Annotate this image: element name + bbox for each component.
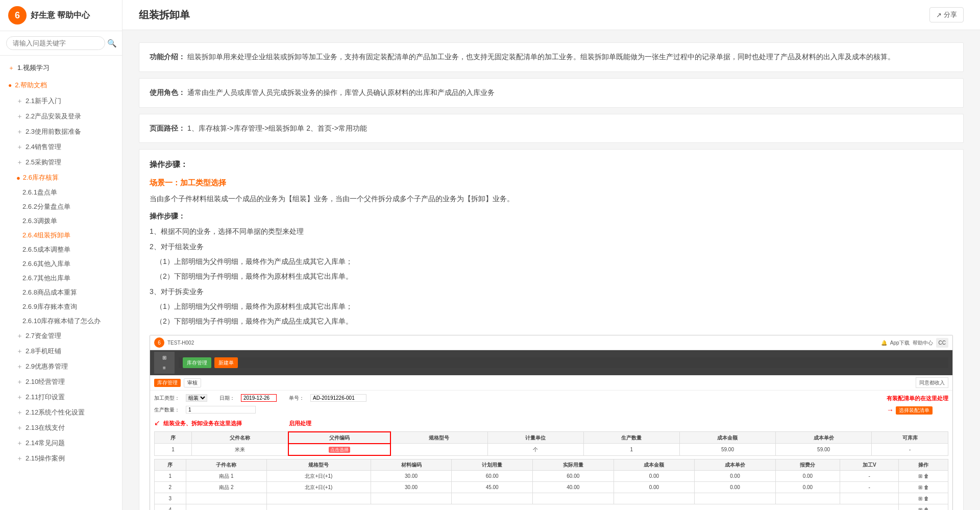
sidebar-header: 6 好生意 帮助中心 xyxy=(0,0,122,31)
sidebar-item-coupon[interactable]: ＋ 2.9优惠券管理 xyxy=(0,359,122,374)
mock-icon-help: 帮助中心 xyxy=(913,338,933,347)
intro-text: 组装拆卸单用来处理企业组装或拆卸等加工业务，支持有固定装配清单的产品加工业务，也… xyxy=(187,53,895,61)
mock-select-type[interactable]: 组装拆卸 xyxy=(186,394,207,402)
sidebar-item-settings[interactable]: ＋ 2.12系统个性化设置 xyxy=(0,405,122,420)
mock-sub-th-planqty: 计划用量 xyxy=(452,459,533,471)
role-label: 使用角色： xyxy=(150,88,185,96)
sidebar-item-operations[interactable]: ＋ 2.10经营管理 xyxy=(0,374,122,390)
sidebar-item-prepare[interactable]: ＋ 2.3使用前数据准备 xyxy=(0,124,122,139)
mock-body: 加工类型： 组装拆卸 日期： 单号： 有装配清单的在这里处理 xyxy=(150,391,952,510)
search-input[interactable] xyxy=(6,36,105,50)
sidebar-item-finance[interactable]: ＋ 2.7资金管理 xyxy=(0,328,122,344)
mock-label-no: 单号： xyxy=(289,394,304,402)
path-card: 页面路径： 1、库存核算->库存管理->组装拆卸单 2、首页->常用功能 xyxy=(139,114,964,143)
mock-form-area: 加工类型： 组装拆卸 日期： 单号： 有装配清单的在这里处理 xyxy=(154,394,948,402)
mock-sub-th-waste: 报费分 xyxy=(775,459,840,471)
mock-input-no[interactable] xyxy=(310,394,366,402)
mock-th-spec: 规格型号 xyxy=(390,432,487,444)
sidebar-item-purchase[interactable]: ＋ 2.5采购管理 xyxy=(0,155,122,170)
mock-child-row-3: 3 ⊞ 🗑 xyxy=(155,493,948,504)
plus-icon-print: ＋ xyxy=(16,393,23,402)
mock-btn-checklist[interactable]: 同意都收入 xyxy=(916,377,948,388)
plus-icon-purchase: ＋ xyxy=(16,158,23,167)
mock-topbar: 6 TEST-H002 🔔 App下载 帮助中心 CC xyxy=(150,335,952,350)
mock-child-row-1: 1南品 1 北京+日(+1)30.00 60.0060.00 0.000.00 … xyxy=(155,471,948,482)
ops-steps-title: 操作步骤： xyxy=(150,210,953,223)
mock-input-date[interactable] xyxy=(241,394,277,402)
mock-form-row-2: 生产数量： xyxy=(154,405,948,414)
sidebar-item-assembly[interactable]: 2.6.4组装拆卸单 xyxy=(0,228,122,242)
mock-td-avail1: - xyxy=(872,444,948,455)
share-button[interactable]: ↗ 分享 xyxy=(929,7,964,22)
sidebar-docs-children: ＋ 2.1新手入门 ＋ 2.2产品安装及登录 ＋ 2.3使用前数据准备 ＋ 2.… xyxy=(0,93,122,466)
plus-icon-sales: ＋ xyxy=(16,142,23,152)
sidebar-item-other-out[interactable]: 2.6.7其他出库单 xyxy=(0,271,122,285)
mock-nav: ⊞ ≡ 库存管理 新建单 xyxy=(150,350,952,375)
mock-sub-th-name: 子件名称 xyxy=(186,459,267,471)
logo-icon: 6 xyxy=(8,6,27,25)
mock-sub-th-costunit: 成本单价 xyxy=(695,459,776,471)
sidebar-item-faq[interactable]: ＋ 2.14常见问题 xyxy=(0,435,122,451)
page-title: 组装拆卸单 xyxy=(139,8,190,22)
plus-icon-finance: ＋ xyxy=(16,331,23,341)
arrow-down-icon: ↙ xyxy=(154,417,160,429)
sidebar-item-cost-adjust[interactable]: 2.6.5成本调整单 xyxy=(0,242,122,257)
mock-btn-bom[interactable]: 选择装配清单 xyxy=(896,406,933,415)
step1: 1、根据不同的业务，选择不同单据的类型来处理 xyxy=(150,226,953,238)
mock-th-seq: 序 xyxy=(155,432,192,444)
sidebar-item-cases[interactable]: ＋ 2.15操作案例 xyxy=(0,451,122,466)
main-content: 功能介绍： 组装拆卸单用来处理企业组装或拆卸等加工业务，支持有固定装配清单的产品… xyxy=(122,30,980,510)
sidebar-item-transfer[interactable]: 2.6.3调拨单 xyxy=(0,214,122,228)
plus-icon-coupon: ＋ xyxy=(16,362,23,371)
sidebar-item-video-label: 1.视频学习 xyxy=(17,63,50,72)
step2-sub2: （2）下部明细为子件明细，最终作为原材料生成其它出库单。 xyxy=(156,270,953,283)
minus-icon-inv: ● xyxy=(16,174,20,182)
intro-card: 功能介绍： 组装拆卸单用来处理企业组装或拆卸等加工业务，支持有固定装配清单的产品… xyxy=(139,42,964,72)
mock-th-cost-unit: 成本单价 xyxy=(776,432,872,444)
mock-btn-approve[interactable]: 审核 xyxy=(184,378,201,387)
plus-icon-cases: ＋ xyxy=(16,454,23,463)
sidebar-item-newbie[interactable]: ＋ 2.1新手入门 xyxy=(0,93,122,109)
sidebar-item-sales[interactable]: ＋ 2.4销售管理 xyxy=(0,139,122,155)
step3-sub1: （1）上部明细为父件明细，最终作为原材料生成其它出库单； xyxy=(156,300,953,313)
sidebar-item-inventory[interactable]: ● 2.6库存核算 xyxy=(0,170,122,185)
mock-sub-th-actualqty: 实际用量 xyxy=(532,459,614,471)
sidebar-item-payment[interactable]: ＋ 2.13在线支付 xyxy=(0,420,122,435)
sidebar-item-mobile[interactable]: ＋ 2.8手机旺铺 xyxy=(0,344,122,359)
search-box: 🔍 xyxy=(0,31,122,56)
mock-sidebar-icons: ⊞ ≡ xyxy=(154,352,175,374)
mock-input-qty[interactable] xyxy=(186,406,256,414)
sidebar-item-ledger-fix[interactable]: 2.6.10库存账本错了怎么办 xyxy=(0,314,122,328)
plus-icon-payment: ＋ xyxy=(16,423,23,432)
mock-toolbar: 库存管理 审核 同意都收入 xyxy=(150,375,952,391)
path-label: 页面路径： xyxy=(150,124,185,132)
plus-icon-faq: ＋ xyxy=(16,439,23,448)
mock-user: CC xyxy=(936,338,948,348)
path-text: 1、库存核算->库存管理->组装拆卸单 2、首页->常用功能 xyxy=(187,124,367,132)
step2-sub1: （1）上部明细为父件明细，最终作为产成品生成其它入库单； xyxy=(156,255,953,268)
mock-home-icon: ⊞ xyxy=(162,353,166,362)
sidebar-item-docs[interactable]: ● 2.帮助文档 xyxy=(0,77,122,93)
mock-label-type: 加工类型： xyxy=(154,394,180,402)
mock-btn-save[interactable]: 库存管理 xyxy=(154,379,181,387)
mock-th-unit: 计量单位 xyxy=(487,432,583,444)
sidebar-item-video[interactable]: ＋ 1.视频学习 xyxy=(0,60,122,76)
mock-sub-th-ops: 操作 xyxy=(899,459,948,471)
mock-label-qty: 生产数量： xyxy=(154,405,180,414)
sidebar-item-cost-recalc[interactable]: 2.6.8商品成本重算 xyxy=(0,285,122,300)
sidebar-item-partial-stocktake[interactable]: 2.6.2分量盘点单 xyxy=(0,200,122,214)
mock-annotation3-row: ↙ 组装业务、拆卸业务在这里选择 启用处理 xyxy=(154,417,948,429)
mock-th-available: 可库库 xyxy=(872,432,948,444)
mock-annotation-area: 有装配清单的在这里处理 → 选择装配清单 xyxy=(887,394,948,416)
sidebar-item-print[interactable]: ＋ 2.11打印设置 xyxy=(0,390,122,405)
search-button[interactable]: 🔍 xyxy=(107,39,117,48)
mock-sub-th-seq: 序 xyxy=(155,459,186,471)
annotation-3: 组装业务、拆卸业务在这里选择 xyxy=(163,419,242,428)
sidebar-item-stocktake[interactable]: 2.6.1盘点单 xyxy=(0,185,122,200)
sidebar-item-ledger-query[interactable]: 2.6.9库存账本查询 xyxy=(0,300,122,314)
mock-th-prod-qty: 生产数量 xyxy=(583,432,679,444)
sidebar-item-install[interactable]: ＋ 2.2产品安装及登录 xyxy=(0,109,122,124)
sidebar-item-other-in[interactable]: 2.6.6其他入库单 xyxy=(0,257,122,271)
mock-sub-th-code: 材料编码 xyxy=(371,459,452,471)
sidebar: 6 好生意 帮助中心 🔍 ＋ 1.视频学习 ● 2.帮助文档 ＋ 2.1新手入门 xyxy=(0,0,122,510)
